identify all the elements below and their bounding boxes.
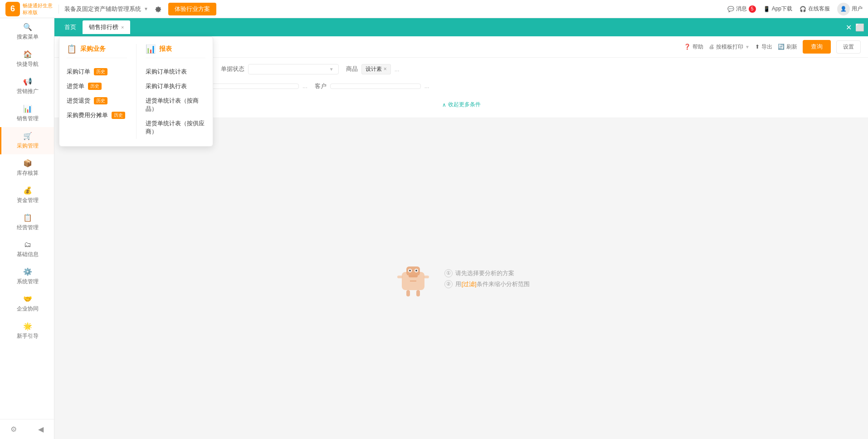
logo-area: 6 畅捷通好生意 标准版 — [5, 2, 53, 16]
print-icon: 🖨 — [709, 44, 714, 50]
sidebar-item-system[interactable]: ⚙️ 系统管理 — [0, 263, 54, 290]
sidebar-item-cooperation[interactable]: 🤝 企业协同 — [0, 290, 54, 317]
tab-close-icon[interactable]: × — [121, 25, 124, 30]
app-download-btn[interactable]: 📱 App下载 — [763, 5, 792, 13]
system-icon: ⚙️ — [23, 267, 32, 276]
app-container: 6 畅捷通好生意 标准版 装备及固定资产辅助管理系统 ▼ 体验行业方案 💬 消息 — [0, 0, 868, 439]
system-title[interactable]: 装备及固定资产辅助管理系统 ▼ — [64, 5, 148, 13]
user-avatar: 👤 — [837, 3, 850, 15]
product-tag-remove-icon[interactable]: × — [384, 66, 387, 72]
svg-rect-8 — [424, 276, 429, 278]
purchase-icon: 🛒 — [23, 132, 32, 140]
sidebar-item-guide[interactable]: 🌟 新手引导 — [0, 317, 54, 345]
sidebar-item-marketing[interactable]: 📢 营销推广 — [0, 73, 54, 100]
tabs-right: ✕ ⬜ — [846, 23, 864, 32]
online-service-btn[interactable]: 🎧 在线客服 — [800, 5, 830, 13]
home-icon: 🏠 — [23, 50, 32, 59]
tab-sales-ranking[interactable]: 销售排行榜 × — [83, 20, 130, 34]
user-btn[interactable]: 👤 用户 — [837, 3, 863, 15]
headset-icon: 🎧 — [800, 6, 806, 12]
sidebar-collapse-icon[interactable]: ◀ — [38, 425, 44, 434]
sidebar-item-nav[interactable]: 🏠 快捷导航 — [0, 45, 54, 73]
menu-item-purchase-order-stats[interactable]: 采购订单统计表 — [146, 64, 206, 79]
status-input[interactable]: ▼ — [248, 64, 339, 74]
sidebar-item-sales[interactable]: 📊 销售管理 — [0, 100, 54, 127]
empty-hint-2: ② 用[过滤]条件来缩小分析范围 — [444, 280, 529, 288]
menu-col-report: 📊 报表 采购订单统计表 采购订单执行表 进货单统计表（按商品） 进货单统计表（… — [146, 44, 206, 139]
product-tag: 设计素 × — [361, 64, 391, 74]
print-btn[interactable]: 🖨 按模板打印 ▼ — [709, 43, 750, 51]
sidebar-item-finance[interactable]: 💰 资金管理 — [0, 182, 54, 209]
purchase-dropdown-menu: 📋 采购业务 采购订单 历史 进货单 历史 进货退货 历史 采购费用分摊单 历史 — [59, 36, 213, 147]
settings-icon-btn[interactable] — [152, 3, 165, 15]
message-btn[interactable]: 💬 消息 5 — [727, 5, 756, 13]
menu-item-goods-stats-supplier[interactable]: 进货单统计表（按供应商） — [146, 116, 206, 139]
svg-point-5 — [415, 270, 417, 271]
marketing-icon: 📢 — [23, 77, 32, 86]
menu-col-divider — [136, 44, 137, 139]
salesperson-input[interactable] — [208, 84, 299, 89]
menu-item-goods-received[interactable]: 进货单 历史 — [67, 79, 127, 94]
hint-text-2: 用[过滤]条件来缩小分析范围 — [455, 280, 529, 288]
sidebar-item-basic-info[interactable]: 🗂 基础信息 — [0, 236, 54, 263]
sidebar-item-inventory[interactable]: 📦 库存核算 — [0, 154, 54, 182]
filter-dots-3[interactable]: ... — [424, 83, 429, 89]
tab-home[interactable]: 首页 — [58, 20, 83, 34]
menu-item-purchase-order[interactable]: 采购订单 历史 — [67, 64, 127, 79]
help-btn[interactable]: ❓ 帮助 — [684, 43, 703, 51]
message-badge: 5 — [749, 5, 756, 13]
empty-hint-1: ① 请先选择要分析的方案 — [444, 269, 529, 277]
svg-rect-10 — [416, 290, 420, 296]
refresh-btn[interactable]: 🔄 刷新 — [778, 43, 797, 51]
status-arrow-icon: ▼ — [329, 67, 334, 72]
badge-goods-return: 历史 — [94, 97, 107, 104]
empty-state-container: ① 请先选择要分析的方案 ② 用[过滤]条件来缩小分析范围 — [393, 258, 529, 299]
sales-icon: 📊 — [23, 104, 32, 113]
menu-item-purchase-expense[interactable]: 采购费用分摊单 历史 — [67, 108, 127, 123]
top-bar-right: 💬 消息 5 📱 App下载 🎧 在线客服 👤 用户 — [727, 3, 863, 15]
logo-icon: 6 — [5, 2, 20, 16]
badge-purchase-order: 历史 — [94, 68, 107, 75]
phone-icon: 📱 — [763, 6, 770, 12]
customer-label: 客户 — [315, 82, 327, 90]
chevron-up-icon: ∧ — [442, 102, 446, 108]
status-filter: 单据状态 ▼ — [221, 64, 339, 74]
sidebar-settings-icon[interactable]: ⚙ — [10, 425, 17, 434]
hint-num-1: ① — [444, 269, 453, 277]
purchase-col-icon: 📋 — [67, 44, 77, 54]
sidebar-item-operations[interactable]: 📋 经营管理 — [0, 209, 54, 236]
cooperation-icon: 🤝 — [23, 295, 32, 303]
status-label: 单据状态 — [221, 65, 244, 73]
query-button[interactable]: 查询 — [803, 40, 831, 54]
sidebar-item-purchase[interactable]: 🛒 采购管理 — [0, 127, 54, 154]
badge-purchase-expense: 历史 — [112, 112, 125, 119]
product-filter: 商品 设计素 × ... — [346, 64, 400, 74]
top-bar-divider — [59, 5, 59, 14]
export-icon: ⬆ — [755, 44, 760, 50]
svg-rect-6 — [409, 275, 418, 277]
inventory-icon: 📦 — [23, 159, 32, 168]
svg-point-4 — [409, 270, 411, 271]
empty-illustration — [393, 258, 434, 299]
menu-col-purchase: 📋 采购业务 采购订单 历史 进货单 历史 进货退货 历史 采购费用分摊单 历史 — [67, 44, 127, 139]
settings-button[interactable]: 设置 — [836, 40, 861, 54]
product-label: 商品 — [346, 65, 358, 73]
filter-dots-1[interactable]: ... — [395, 66, 400, 73]
industry-button[interactable]: 体验行业方案 — [168, 3, 216, 15]
menu-col-report-title: 📊 报表 — [146, 44, 206, 58]
menu-item-purchase-order-exec[interactable]: 采购订单执行表 — [146, 79, 206, 94]
svg-rect-9 — [406, 290, 410, 296]
tab-close-window-icon[interactable]: ✕ — [846, 23, 852, 32]
tab-maximize-icon[interactable]: ⬜ — [855, 23, 864, 32]
customer-filter: 客户 ... — [315, 82, 429, 90]
message-icon: 💬 — [727, 6, 734, 12]
menu-col-purchase-title: 📋 采购业务 — [67, 44, 127, 58]
export-btn[interactable]: ⬆ 导出 — [755, 43, 772, 51]
customer-input[interactable] — [330, 84, 421, 89]
menu-item-goods-return[interactable]: 进货退货 历史 — [67, 94, 127, 108]
menu-item-goods-stats-product[interactable]: 进货单统计表（按商品） — [146, 94, 206, 116]
sidebar-item-search[interactable]: 🔍 搜索菜单 — [0, 18, 54, 45]
basicinfo-icon: 🗂 — [24, 241, 31, 249]
badge-goods-received: 历史 — [88, 83, 102, 90]
filter-dots-2[interactable]: ... — [302, 83, 307, 89]
